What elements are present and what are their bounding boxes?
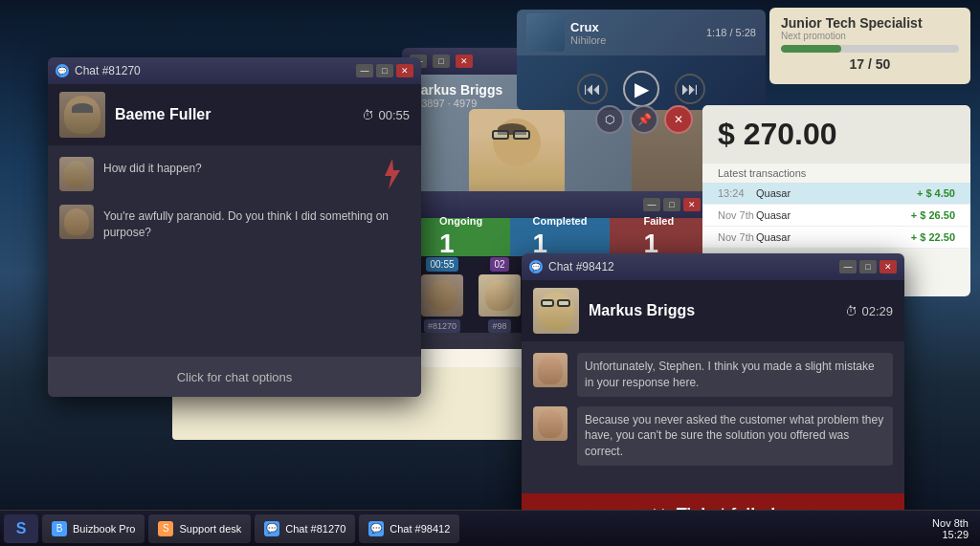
message-avatar-user: [59, 205, 94, 239]
window-controls: — □ ✕: [356, 64, 413, 77]
chat98412-taskbar-label: Chat #98412: [390, 523, 450, 535]
chat-81270-title: Chat #81270: [75, 64, 350, 77]
panel-close-button[interactable]: ✕: [683, 198, 701, 211]
panel-min-button[interactable]: —: [643, 198, 660, 211]
music-controls: ⏮ ▶ ⏭: [517, 63, 766, 110]
chat81270-taskbar-label: Chat #81270: [285, 523, 345, 535]
chat-icon: 💬: [56, 64, 69, 77]
svg-marker-0: [385, 159, 400, 189]
chat-98412-controls: — □ ✕: [839, 260, 897, 273]
chat98412-max-button[interactable]: □: [859, 260, 877, 273]
tab-failed-label: Failed: [643, 215, 674, 227]
message-text: How did it happen?: [103, 157, 202, 177]
active-chats-titlebar: — □ ✕: [412, 191, 708, 218]
taskbar-item-chat98412[interactable]: 💬 Chat #98412: [359, 514, 459, 543]
chat-98412-user-header: Markus Briggs ⏱ 02:29: [522, 280, 904, 341]
chat-message: You're awfully paranoid. Do you think I …: [59, 205, 410, 241]
active-timer-badge: 00:55: [426, 257, 457, 272]
transaction-name: Quasar: [756, 187, 917, 199]
transaction-row: Nov 7th Quasar + $ 26.50: [702, 205, 970, 227]
active-chat-item-81270[interactable]: 00:55 #81270: [421, 257, 463, 333]
active-avatar: [421, 274, 463, 317]
user-avatar-markus: [533, 288, 579, 334]
message-avatar: [59, 157, 94, 191]
chat-window-98412: 💬 Chat #98412 — □ ✕ Markus Briggs ⏱: [522, 253, 904, 535]
music-time: 1:18 / 5:28: [706, 27, 756, 38]
active-chat-item-98412[interactable]: 02 #98: [479, 257, 521, 333]
rank-widget: Junior Tech Specialist Next promotion 17…: [769, 8, 970, 84]
rank-progress-fill: [781, 45, 841, 53]
chat81270-icon: 💬: [264, 521, 279, 536]
transaction-name: Quasar: [756, 231, 911, 243]
music-player-widget: Crux Nihilore 1:18 / 5:28 ⏮ ▶ ⏭: [517, 10, 766, 110]
chat98412-icon: 💬: [368, 521, 384, 536]
chat-81270-titlebar: 💬 Chat #81270 — □ ✕: [48, 57, 421, 84]
taskbar-item-buizbook[interactable]: B Buizbook Pro: [42, 514, 145, 543]
video-max-button[interactable]: □: [433, 55, 450, 68]
artist-name: Nihilore: [570, 34, 701, 46]
rank-numbers: 17 / 50: [781, 56, 959, 72]
transaction-amount: + $ 26.50: [911, 209, 955, 221]
active-avatar-2: [479, 274, 521, 317]
hexagon-button[interactable]: ⬡: [595, 105, 624, 134]
pin-button[interactable]: 📌: [630, 105, 658, 134]
coach-message-2: Because you never asked the customer wha…: [533, 406, 893, 466]
chat-98412-body: Markus Briggs ⏱ 02:29 Unfortunately, Ste…: [522, 280, 904, 535]
start-button[interactable]: S: [4, 514, 38, 543]
music-header: Crux Nihilore 1:18 / 5:28: [517, 10, 766, 55]
transaction-amount: + $ 4.50: [917, 187, 955, 199]
close-button[interactable]: ✕: [664, 105, 693, 134]
close-button[interactable]: ✕: [396, 64, 413, 77]
transaction-time: Nov 7th: [718, 209, 756, 221]
play-button[interactable]: ▶: [623, 71, 659, 107]
panel-max-button[interactable]: □: [663, 198, 680, 211]
support-icon: S: [158, 521, 173, 536]
coach-message-1: Unfortunately, Stephen. I think you made…: [533, 353, 893, 397]
coach-avatar-2: [533, 406, 568, 441]
tab-completed[interactable]: Completed 1: [510, 218, 609, 256]
chat-98412-titlebar: 💬 Chat #98412 — □ ✕: [522, 253, 904, 280]
transaction-time: 13:24: [718, 187, 756, 199]
taskbar-clock: Nov 8th 15:29: [932, 517, 976, 540]
video-close-button[interactable]: ✕: [456, 55, 473, 68]
chat-98412-timer: ⏱ 02:29: [845, 304, 893, 318]
system-buttons: ⬡ 📌 ✕: [595, 105, 693, 134]
transaction-name: Quasar: [756, 209, 911, 221]
chat-footer-text: Click for chat options: [177, 370, 293, 384]
chat-81270-body: Baeme Fuller ⏱ 00:55 How did it happen?: [48, 84, 421, 397]
taskbar-item-support[interactable]: S Support desk: [148, 514, 251, 543]
support-label: Support desk: [179, 523, 241, 535]
next-button[interactable]: ⏭: [675, 74, 705, 104]
taskbar-item-chat81270[interactable]: 💬 Chat #81270: [255, 514, 355, 543]
transaction-row: Nov 7th Quasar + $ 22.50: [702, 227, 970, 249]
money-value: 270.00: [744, 117, 837, 151]
tab-ongoing-label: Ongoing: [439, 215, 482, 227]
chat98412-min-button[interactable]: —: [839, 260, 857, 273]
chat-footer-options[interactable]: Click for chat options: [48, 357, 421, 397]
coach-message-text-2: Because you never asked the customer wha…: [577, 406, 893, 466]
rank-subtitle: Next promotion: [781, 31, 959, 41]
money-transactions-label: Latest transactions: [702, 164, 970, 183]
rank-progress-bar: [781, 45, 959, 53]
minimize-button[interactable]: —: [356, 64, 373, 77]
rank-title: Junior Tech Specialist: [781, 15, 959, 31]
tab-ongoing[interactable]: Ongoing 1: [412, 218, 510, 256]
maximize-button[interactable]: □: [376, 64, 393, 77]
chat-user-header: Baeme Fuller ⏱ 00:55: [48, 84, 421, 145]
coach-avatar-1: [533, 353, 568, 387]
active-timer-badge-2: 02: [490, 257, 508, 272]
timer-value: 00:55: [378, 108, 410, 122]
timer-value-2: 02:29: [861, 304, 893, 318]
clock-icon: ⏱: [362, 108, 374, 122]
transaction-time: Nov 7th: [718, 231, 756, 243]
tab-ongoing-count: 1: [439, 229, 482, 259]
buizbook-label: Buizbook Pro: [73, 523, 135, 535]
chat98412-close-button[interactable]: ✕: [880, 260, 897, 273]
transaction-amount: + $ 22.50: [911, 231, 955, 243]
coach-message-text-1: Unfortunately, Stephen. I think you made…: [577, 353, 893, 397]
tab-failed[interactable]: Failed 1: [610, 218, 708, 256]
chat-messages-area: How did it happen? You're awfully parano…: [48, 145, 421, 357]
clock-icon-2: ⏱: [845, 304, 858, 318]
chat-98412-title: Chat #98412: [548, 260, 834, 273]
prev-button[interactable]: ⏮: [577, 74, 608, 104]
